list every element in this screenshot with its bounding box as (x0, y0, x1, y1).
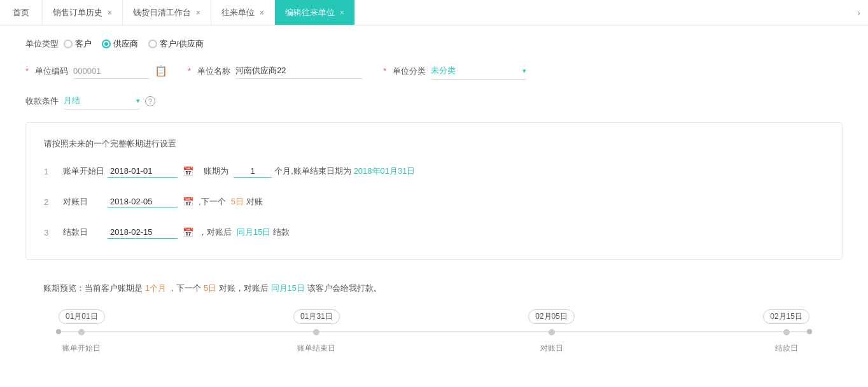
setting-row-1: 1 账单开始日 📅 账期为 个月,账单结束日期为 2018年01月31日 (44, 165, 824, 178)
timeline-badge-0: 01月01日 (59, 309, 105, 324)
unit-name-star: * (188, 66, 191, 76)
main-content: 单位类型 客户 供应商 客户/供应商 * 单位编码 (0, 25, 868, 387)
row-2-num: 2 (44, 197, 63, 207)
row-3-calendar-icon[interactable]: 📅 (183, 227, 193, 237)
row-1-label: 账单开始日 (63, 165, 108, 177)
row-1-num: 1 (44, 167, 63, 176)
row-2-calendar-icon[interactable]: 📅 (183, 197, 193, 207)
period-settings-card: 请按照未来的一个完整帐期进行设置 1 账单开始日 📅 账期为 个月,账单结束日期… (25, 122, 843, 260)
preview-part2: 5日 (204, 283, 216, 293)
timeline-label-0: 账单开始日 (62, 343, 101, 354)
tab-partner-list[interactable]: 往来单位 × (211, 0, 275, 25)
unit-category-dropdown[interactable]: 未分类 ▾ (431, 62, 526, 80)
unit-category-label: 单位分类 (393, 66, 426, 77)
tab-home-label: 首页 (13, 7, 29, 18)
payment-terms-arrow: ▾ (136, 97, 140, 105)
tab-cash-work-close[interactable]: × (196, 8, 200, 17)
unit-code-input[interactable] (73, 64, 150, 79)
row-2-prefix2: ,下一个 (199, 196, 226, 208)
tab-edit-partner-close[interactable]: × (340, 8, 344, 17)
row-3-label: 结款日 (63, 227, 108, 238)
timeline-label-1: 账单结束日 (297, 343, 335, 354)
row-1-calendar-icon[interactable]: 📅 (183, 166, 193, 176)
preview-label: 账期预览：当前客户账期是 (43, 283, 143, 293)
radio-both[interactable]: 客户/供应商 (148, 38, 204, 50)
timeline: 01月01日 账单开始日 01月31日 账单结束日 02月05日 对账日 02月… (43, 309, 825, 354)
row-1-desc-after: 个月,账单结束日期为 (274, 165, 351, 177)
timeline-dot-1 (313, 329, 319, 335)
timeline-dot-3 (783, 329, 790, 335)
preview-section: 账期预览：当前客户账期是 1个月 ，下一个 5日 对账，对账后 同月15日 该客… (25, 272, 843, 364)
tab-sales-history[interactable]: 销售订单历史 × (43, 0, 123, 25)
unit-name-label: 单位名称 (197, 66, 230, 77)
timeline-point-0: 01月01日 账单开始日 (59, 309, 105, 354)
unit-name-input[interactable] (235, 64, 363, 79)
timeline-badge-1: 01月31日 (293, 309, 340, 324)
preview-middle1: ，下一个 (168, 283, 201, 293)
preview-end: 该客户会给我打款。 (307, 283, 382, 293)
tab-partner-list-close[interactable]: × (260, 8, 264, 17)
payment-terms-row: 收款条件 月结 ▾ ? (25, 92, 843, 109)
row-3-num: 3 (44, 228, 63, 237)
tab-home[interactable]: 首页 (0, 0, 43, 25)
preview-part1: 1个月 (145, 283, 166, 293)
unit-type-label: 单位类型 (25, 38, 59, 50)
unit-category-arrow: ▾ (522, 67, 526, 75)
timeline-points: 01月01日 账单开始日 01月31日 账单结束日 02月05日 对账日 02月… (59, 309, 809, 354)
unit-info-row: * 单位编码 📋 * 单位名称 * 单位分类 未分类 ▾ (25, 62, 843, 80)
tab-sales-history-label: 销售订单历史 (53, 7, 102, 18)
payment-terms-label: 收款条件 (25, 95, 59, 107)
tab-edit-partner[interactable]: 编辑往来单位 × (275, 0, 355, 25)
payment-terms-value: 月结 (64, 95, 134, 106)
setting-row-2: 2 对账日 📅 ,下一个 5日 对账 (44, 195, 824, 208)
tab-sales-history-close[interactable]: × (108, 8, 112, 17)
tabs-bar: 首页 销售订单历史 × 钱货日清工作台 × 往来单位 × 编辑往来单位 × › (0, 0, 868, 25)
tab-cash-work[interactable]: 钱货日清工作台 × (123, 0, 211, 25)
row-1-date-input[interactable] (108, 165, 178, 178)
tab-cash-work-label: 钱货日清工作台 (133, 7, 191, 18)
unit-type-row: 单位类型 客户 供应商 客户/供应商 (25, 38, 843, 50)
radio-supplier[interactable]: 供应商 (102, 38, 138, 50)
unit-type-field: 单位类型 客户 供应商 客户/供应商 (25, 38, 204, 50)
timeline-dot-0 (78, 329, 85, 335)
tab-edit-partner-label: 编辑往来单位 (285, 7, 335, 18)
unit-code-field: * 单位编码 📋 (25, 64, 167, 79)
timeline-end-dot (807, 329, 812, 334)
unit-type-radio-group: 客户 供应商 客户/供应商 (64, 38, 204, 50)
tabs-scroll-arrow[interactable]: › (850, 8, 868, 18)
unit-name-field: * 单位名称 (188, 64, 363, 79)
setting-row-3: 3 结款日 📅 ，对账后 同月15日 结款 (44, 226, 824, 239)
row-3-suffix2: 结款 (273, 227, 290, 238)
preview-middle2: 对账，对账后 (219, 283, 269, 293)
payment-terms-dropdown[interactable]: 月结 ▾ (64, 92, 140, 109)
radio-both-label: 客户/供应商 (160, 38, 204, 50)
timeline-point-1: 01月31日 账单结束日 (293, 309, 340, 354)
radio-both-circle (148, 39, 157, 48)
preview-part3: 同月15日 (271, 283, 305, 293)
preview-text: 账期预览：当前客户账期是 1个月 ，下一个 5日 对账，对账后 同月15日 该客… (43, 283, 825, 294)
timeline-label-3: 结款日 (775, 343, 798, 354)
help-icon[interactable]: ? (145, 96, 155, 106)
timeline-point-2: 02月05日 对账日 (528, 309, 575, 354)
timeline-badge-2: 02月05日 (528, 309, 575, 324)
unit-category-value: 未分类 (431, 65, 520, 76)
unit-category-field: * 单位分类 未分类 ▾ (383, 62, 526, 80)
unit-code-star: * (25, 66, 29, 76)
row-3-prefix2: ，对账后 (199, 227, 232, 238)
timeline-point-3: 02月15日 结款日 (763, 309, 809, 354)
row-2-suffix2: 对账 (246, 196, 263, 208)
radio-customer[interactable]: 客户 (64, 38, 92, 50)
unit-code-label: 单位编码 (35, 66, 68, 77)
copy-icon[interactable]: 📋 (155, 65, 167, 77)
payment-terms-field: 收款条件 月结 ▾ ? (25, 92, 155, 109)
timeline-label-2: 对账日 (540, 343, 563, 354)
card-instruction: 请按照未来的一个完整帐期进行设置 (44, 138, 824, 150)
row-3-date-input[interactable] (108, 226, 178, 239)
radio-supplier-label: 供应商 (113, 38, 138, 50)
row-1-period-input[interactable] (234, 165, 272, 178)
radio-customer-label: 客户 (75, 38, 92, 50)
tab-partner-list-label: 往来单位 (221, 7, 255, 18)
row-1-desc-before: 账期为 (204, 165, 228, 177)
row-2-date-input[interactable] (108, 195, 178, 208)
row-2-label: 对账日 (63, 196, 108, 208)
